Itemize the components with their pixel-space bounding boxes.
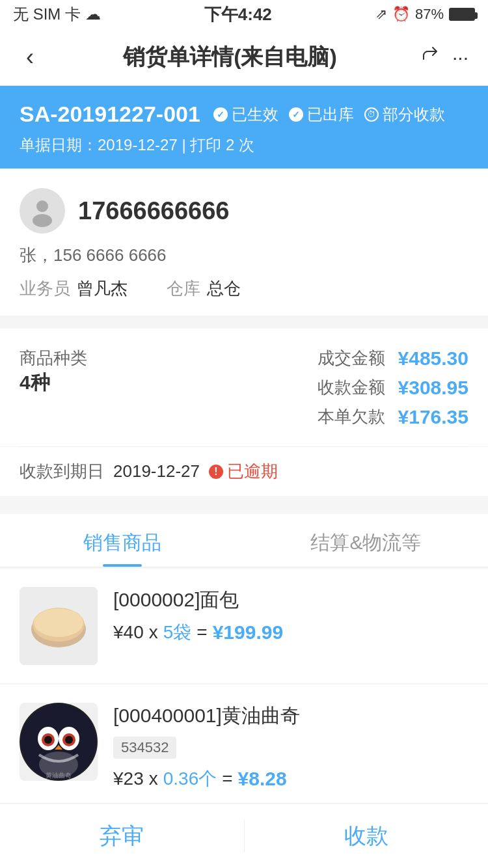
back-button[interactable]: ‹ xyxy=(20,37,40,77)
owed-amount-label: 本单欠款 xyxy=(318,405,385,428)
product-qty-2: 0.36个 xyxy=(163,766,217,791)
svg-point-1 xyxy=(36,200,48,212)
product-info-2: [000400001]黄油曲奇 534532 ¥23 x 0.36个 = ¥8.… xyxy=(113,703,468,791)
warehouse-value: 总仓 xyxy=(207,277,241,300)
product-name-1: [0000002]面包 xyxy=(113,587,468,614)
product-card: 黄油曲奇 [000400001]黄油曲奇 534532 ¥23 x 0.36个 … xyxy=(0,685,488,809)
salesman-label: 业务员 xyxy=(20,277,70,300)
check-icon-effective xyxy=(213,107,228,122)
order-banner: SA-20191227-001 已生效 已出库 ⏱ 部分收款 单据日期：2019… xyxy=(0,86,488,169)
customer-meta: 业务员 曾凡杰 仓库 总仓 xyxy=(20,277,468,300)
deal-amount-label: 成交金额 xyxy=(318,347,385,370)
product-name-2: [000400001]黄油曲奇 xyxy=(113,703,468,729)
salesman-value: 曾凡杰 xyxy=(77,277,128,300)
due-date-value: 2019-12-27 xyxy=(113,461,200,481)
status-effective: 已生效 xyxy=(213,104,278,125)
product-thumbnail-1 xyxy=(20,587,98,665)
order-id: SA-20191227-001 xyxy=(20,102,200,127)
tab-settlement[interactable]: 结算&物流等 xyxy=(244,514,488,567)
status-partial: ⏱ 部分收款 xyxy=(364,104,445,125)
svg-point-2 xyxy=(33,214,52,227)
overdue-badge: ! 已逾期 xyxy=(209,460,278,483)
status-bar-left: 无 SIM 卡 ☁ xyxy=(13,4,101,25)
status-bar: 无 SIM 卡 ☁ 下午4:42 ⇗ ⏰ 87% xyxy=(0,0,488,29)
customer-sub: 张，156 6666 6666 xyxy=(20,244,468,267)
location-icon: ⇗ xyxy=(375,6,387,23)
more-button[interactable]: ··· xyxy=(452,46,468,68)
owed-amount-row: 本单欠款 ¥176.35 xyxy=(318,405,468,428)
share-button[interactable] xyxy=(420,45,439,69)
battery-text: 87% xyxy=(415,6,444,23)
product-qty-1: 5袋 xyxy=(163,620,192,645)
owed-amount-value: ¥176.35 xyxy=(398,406,468,428)
tabs-section: 销售商品 结算&物流等 xyxy=(0,514,488,567)
clock-icon: ⏱ xyxy=(364,107,379,122)
product-total-2: ¥8.28 xyxy=(238,768,287,790)
bottom-bar: 弃审 收款 xyxy=(0,803,488,868)
product-card: [0000002]面包 ¥40 x 5袋 = ¥199.99 xyxy=(0,569,488,683)
cancel-button[interactable]: 弃审 xyxy=(0,808,244,864)
customer-top: 17666666666 xyxy=(20,188,468,234)
amounts: 成交金额 ¥485.30 收款金额 ¥308.95 本单欠款 ¥176.35 xyxy=(318,347,468,428)
tab-sales[interactable]: 销售商品 xyxy=(0,514,244,567)
due-section: 收款到期日 2019-12-27 ! 已逾期 xyxy=(0,447,488,496)
divider-1 xyxy=(0,316,488,329)
nav-bar: ‹ 销货单详情(来自电脑) ··· xyxy=(0,29,488,86)
signal-text: 无 SIM 卡 ☁ xyxy=(13,4,101,25)
warehouse-label: 仓库 xyxy=(167,277,200,300)
received-amount-value: ¥308.95 xyxy=(398,377,468,399)
divider-2 xyxy=(0,496,488,509)
product-tag-2: 534532 xyxy=(113,737,176,759)
status-tags: 已生效 已出库 ⏱ 部分收款 xyxy=(213,104,445,125)
product-type-count: 4种 xyxy=(20,370,87,396)
received-amount-row: 收款金额 ¥308.95 xyxy=(318,376,468,399)
product-info-1: [0000002]面包 ¥40 x 5袋 = ¥199.99 xyxy=(113,587,468,645)
customer-section: 17666666666 张，156 6666 6666 业务员 曾凡杰 仓库 总… xyxy=(0,169,488,316)
svg-text:黄油曲奇: 黄油曲奇 xyxy=(46,772,72,779)
svg-point-13 xyxy=(44,736,52,744)
alarm-icon: ⏰ xyxy=(392,6,410,23)
confirm-button[interactable]: 收款 xyxy=(245,808,489,864)
status-bar-time: 下午4:42 xyxy=(204,3,272,26)
product-total-1: ¥199.99 xyxy=(213,621,283,644)
status-shipped: 已出库 xyxy=(289,104,354,125)
product-image-1 xyxy=(20,587,98,665)
avatar xyxy=(20,188,65,234)
status-bar-right: ⇗ ⏰ 87% xyxy=(375,6,475,23)
check-icon-shipped xyxy=(289,107,303,122)
received-amount-label: 收款金额 xyxy=(318,376,385,399)
banner-sub: 单据日期：2019-12-27 | 打印 2 次 xyxy=(20,135,468,156)
summary-section: 商品种类 4种 成交金额 ¥485.30 收款金额 ¥308.95 本单欠款 ¥… xyxy=(0,329,488,446)
overdue-label: 已逾期 xyxy=(227,460,278,483)
product-image-2: 黄油曲奇 xyxy=(20,703,98,781)
nav-actions: ··· xyxy=(420,45,468,69)
warehouse-item: 仓库 总仓 xyxy=(167,277,241,300)
svg-point-14 xyxy=(65,736,73,744)
battery-icon xyxy=(449,8,475,21)
svg-point-6 xyxy=(34,608,83,637)
banner-top: SA-20191227-001 已生效 已出库 ⏱ 部分收款 xyxy=(20,102,468,127)
customer-phone: 17666666666 xyxy=(78,197,229,225)
deal-amount-row: 成交金额 ¥485.30 xyxy=(318,347,468,370)
due-label: 收款到期日 xyxy=(20,460,104,483)
page-title: 销货单详情(来自电脑) xyxy=(123,42,337,72)
deal-amount-value: ¥485.30 xyxy=(398,347,468,370)
tabs-row: 销售商品 结算&物流等 xyxy=(0,514,488,567)
salesman-item: 业务员 曾凡杰 xyxy=(20,277,128,300)
product-price-1: ¥40 x 5袋 = ¥199.99 xyxy=(113,620,468,645)
overdue-icon: ! xyxy=(209,465,223,479)
product-type: 商品种类 4种 xyxy=(20,347,87,396)
product-price-2: ¥23 x 0.36个 = ¥8.28 xyxy=(113,766,468,791)
